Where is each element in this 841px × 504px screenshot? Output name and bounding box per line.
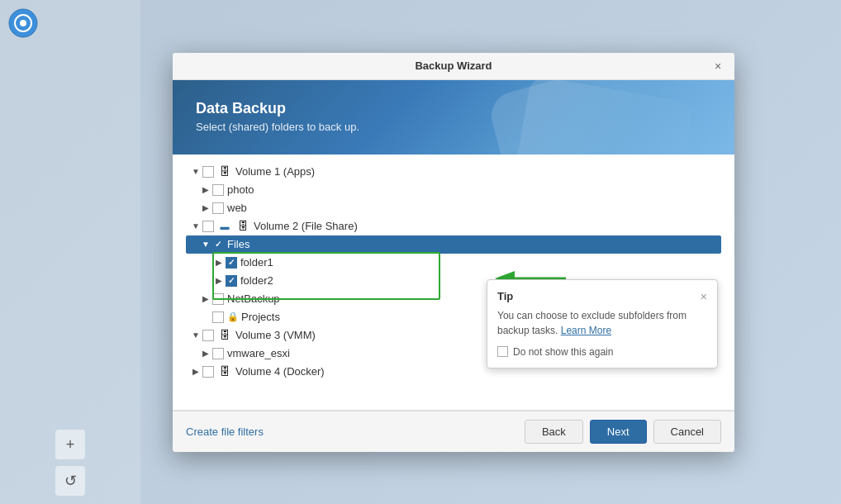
volume-icon-vol4: 🗄 bbox=[217, 366, 232, 378]
tip-title: Tip bbox=[497, 290, 513, 302]
footer-right: Back Next Cancel bbox=[525, 420, 721, 444]
label-vol2: Volume 2 (File Share) bbox=[254, 220, 358, 232]
tree-item-folder1[interactable]: folder1 bbox=[186, 254, 721, 272]
checkbox-web[interactable] bbox=[212, 202, 224, 214]
checkbox-netbackup[interactable] bbox=[212, 293, 224, 305]
wizard-title: Data Backup bbox=[196, 100, 711, 117]
wizard-content: 🗄 Volume 1 (Apps) photo web bbox=[173, 155, 734, 452]
volume-icon-vol2: ▬ bbox=[217, 221, 232, 232]
wizard-header: Data Backup Select (shared) folders to b… bbox=[173, 80, 734, 155]
expand-files[interactable] bbox=[199, 238, 212, 251]
checkbox-photo[interactable] bbox=[212, 184, 224, 196]
checkbox-files[interactable] bbox=[212, 239, 224, 250]
expand-vmware[interactable] bbox=[199, 347, 212, 360]
label-vmware: vmware_esxi bbox=[227, 347, 290, 359]
checkbox-folder1[interactable] bbox=[226, 257, 237, 269]
create-file-filters-link[interactable]: Create file filters bbox=[186, 426, 264, 438]
label-files: Files bbox=[227, 238, 249, 250]
label-projects: Projects bbox=[241, 311, 280, 323]
expand-web[interactable] bbox=[199, 202, 212, 215]
checkbox-folder2[interactable] bbox=[226, 275, 237, 287]
volume-icon-vol1: 🗄 bbox=[217, 166, 232, 178]
label-vol3: Volume 3 (VMM) bbox=[235, 329, 316, 341]
tip-popup: Tip × You can choose to exclude subfolde… bbox=[487, 279, 718, 368]
tip-body: You can choose to exclude subfolders fro… bbox=[497, 308, 707, 338]
wizard-footer: Create file filters Back Next Cancel bbox=[173, 411, 734, 452]
tip-close-button[interactable]: × bbox=[701, 290, 707, 303]
tip-dont-show-label: Do not show this again bbox=[513, 346, 613, 358]
tree-item-photo[interactable]: photo bbox=[186, 181, 721, 199]
tip-learn-more-link[interactable]: Learn More bbox=[561, 325, 611, 336]
volume-icon-vol2b: 🗄 bbox=[235, 221, 250, 232]
expand-netbackup[interactable] bbox=[199, 292, 212, 306]
tree-item-web[interactable]: web bbox=[186, 199, 721, 217]
back-button[interactable]: Back bbox=[525, 420, 583, 444]
tip-header: Tip × bbox=[497, 290, 707, 303]
tree-item-vol1[interactable]: 🗄 Volume 1 (Apps) bbox=[186, 163, 721, 181]
modal-overlay: Backup Wizard × Data Backup Select (shar… bbox=[0, 0, 841, 504]
wizard-dialog: Backup Wizard × Data Backup Select (shar… bbox=[173, 53, 734, 452]
checkbox-vol4[interactable] bbox=[202, 366, 214, 378]
label-vol4: Volume 4 (Docker) bbox=[235, 365, 325, 378]
folder-tree[interactable]: 🗄 Volume 1 (Apps) photo web bbox=[173, 155, 734, 411]
expand-vol4[interactable] bbox=[189, 365, 202, 378]
tree-item-vol2[interactable]: ▬ 🗄 Volume 2 (File Share) bbox=[186, 217, 721, 235]
cancel-button[interactable]: Cancel bbox=[653, 420, 721, 444]
expand-vol1[interactable] bbox=[189, 165, 202, 178]
close-icon[interactable]: × bbox=[711, 59, 725, 73]
expand-folder2[interactable] bbox=[212, 274, 226, 288]
checkbox-vol3[interactable] bbox=[202, 330, 214, 341]
checkbox-vol2[interactable] bbox=[202, 221, 214, 232]
label-folder2: folder2 bbox=[240, 274, 273, 287]
dialog-title: Backup Wizard bbox=[196, 59, 711, 72]
next-button[interactable]: Next bbox=[590, 420, 647, 444]
label-vol1: Volume 1 (Apps) bbox=[235, 165, 315, 178]
footer-left: Create file filters bbox=[186, 426, 264, 438]
label-netbackup: NetBackup bbox=[227, 292, 280, 305]
title-bar: Backup Wizard × bbox=[173, 53, 734, 80]
label-web: web bbox=[227, 202, 247, 214]
expand-photo[interactable] bbox=[199, 183, 212, 197]
checkbox-vmware[interactable] bbox=[212, 348, 224, 359]
tip-dont-show-checkbox[interactable] bbox=[497, 346, 508, 357]
tree-item-files[interactable]: Files bbox=[186, 235, 721, 254]
expand-vol3[interactable] bbox=[189, 329, 202, 342]
checkbox-vol1[interactable] bbox=[202, 166, 214, 178]
lock-icon: 🔒 bbox=[227, 311, 239, 322]
label-photo: photo bbox=[227, 183, 254, 196]
checkbox-projects[interactable] bbox=[212, 311, 224, 323]
expand-vol2[interactable] bbox=[189, 220, 202, 233]
wizard-subtitle: Select (shared) folders to back up. bbox=[196, 121, 711, 133]
expand-folder1[interactable] bbox=[212, 256, 226, 269]
volume-icon-vol3: 🗄 bbox=[217, 330, 232, 341]
desktop: + ↺ Backup Wizard × Data Backup Select (… bbox=[0, 0, 841, 504]
label-folder1: folder1 bbox=[240, 256, 273, 269]
tip-checkbox-row: Do not show this again bbox=[497, 346, 707, 358]
